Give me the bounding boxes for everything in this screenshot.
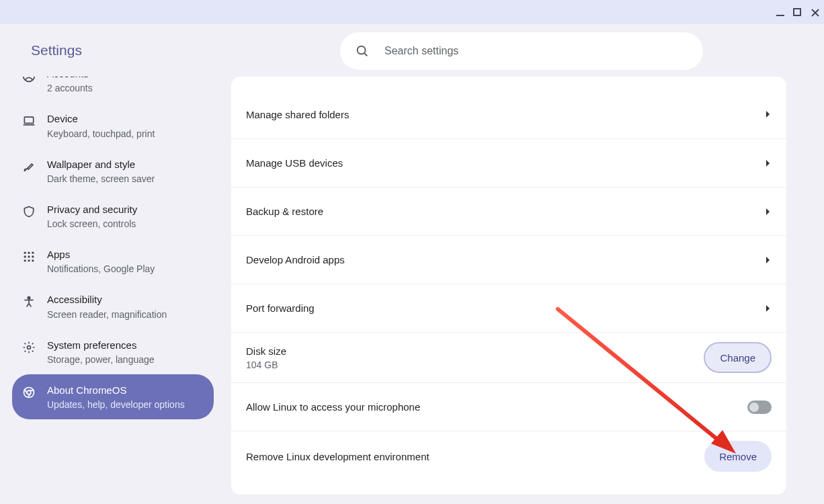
sidebar-item-apps[interactable]: Apps Notifications, Google Play <box>12 239 214 284</box>
row-label: Allow Linux to access your microphone <box>246 401 420 413</box>
sidebar-item-sublabel: Lock screen, controls <box>47 218 137 229</box>
row-backup-restore[interactable]: Backup & restore <box>231 187 786 235</box>
svg-point-16 <box>24 259 26 261</box>
app-header: Settings <box>0 24 824 77</box>
person-icon <box>22 77 36 83</box>
row-label: Port forwarding <box>246 302 315 314</box>
sidebar-item-label: Wallpaper and style <box>47 158 155 171</box>
sidebar-item-label: About ChromeOS <box>47 384 185 397</box>
svg-point-13 <box>24 255 26 257</box>
shield-icon <box>22 204 36 219</box>
svg-point-17 <box>28 259 30 261</box>
search-icon <box>355 44 370 58</box>
chrome-icon <box>22 385 36 400</box>
sidebar-item-sublabel: Dark theme, screen saver <box>47 173 155 184</box>
row-label: Develop Android apps <box>246 254 345 265</box>
sidebar-item-sublabel: Storage, power, language <box>47 354 155 365</box>
chevron-right-icon <box>765 256 772 264</box>
row-remove-linux: Remove Linux development environment Rem… <box>231 431 786 481</box>
sidebar-item-wallpaper[interactable]: Wallpaper and style Dark theme, screen s… <box>12 149 214 194</box>
sidebar-item-label: Apps <box>47 248 155 261</box>
maximize-icon[interactable] <box>793 8 801 16</box>
accessibility-icon <box>22 294 36 309</box>
svg-point-18 <box>32 259 34 261</box>
page-title: Settings <box>31 42 82 58</box>
sidebar-item-sublabel: 2 accounts <box>47 83 93 93</box>
svg-line-23 <box>29 304 31 307</box>
gear-icon <box>22 340 36 355</box>
row-manage-shared-folders[interactable]: Manage shared folders <box>231 90 786 138</box>
row-disk-size: Disk size 104 GB Change <box>231 332 786 382</box>
svg-rect-8 <box>24 117 33 123</box>
row-manage-usb[interactable]: Manage USB devices <box>231 138 786 187</box>
row-sublabel: 104 GB <box>246 360 286 370</box>
svg-line-5 <box>364 53 367 56</box>
sidebar-item-device[interactable]: Device Keyboard, touchpad, print <box>12 103 214 148</box>
chevron-right-icon <box>765 304 772 312</box>
row-label: Manage shared folders <box>246 109 349 120</box>
row-microphone-access: Allow Linux to access your microphone <box>231 382 786 431</box>
svg-point-15 <box>32 255 34 257</box>
sidebar-item-accessibility[interactable]: Accessibility Screen reader, magnificati… <box>12 284 214 329</box>
sidebar-item-label: System preferences <box>47 339 155 352</box>
row-label: Backup & restore <box>246 206 323 217</box>
chevron-right-icon <box>765 110 772 118</box>
svg-point-12 <box>32 252 34 254</box>
sidebar-item-sublabel: Notifications, Google Play <box>47 263 155 274</box>
svg-point-4 <box>358 46 366 54</box>
sidebar-item-about[interactable]: About ChromeOS Updates, help, developer … <box>12 374 214 419</box>
sidebar-item-sublabel: Screen reader, magnification <box>47 309 167 320</box>
search-input[interactable] <box>383 44 688 58</box>
sidebar-item-accounts[interactable]: Accounts 2 accounts <box>12 77 214 103</box>
minimize-icon[interactable] <box>776 8 784 16</box>
sidebar-item-label: Privacy and security <box>47 203 137 216</box>
svg-point-14 <box>28 255 30 257</box>
row-port-forwarding[interactable]: Port forwarding <box>231 284 786 332</box>
svg-point-10 <box>24 252 26 254</box>
sidebar-item-label: Accounts <box>47 77 93 81</box>
sidebar-item-label: Accessibility <box>47 293 167 306</box>
row-label: Manage USB devices <box>246 157 343 169</box>
svg-point-19 <box>28 297 30 299</box>
window-title-bar <box>0 0 824 24</box>
row-label: Remove Linux development environment <box>246 451 429 462</box>
sidebar: Accounts 2 accounts Device Keyboard, tou… <box>0 77 226 504</box>
row-develop-android[interactable]: Develop Android apps <box>231 235 786 284</box>
remove-button[interactable]: Remove <box>704 441 772 472</box>
main-content: Manage shared folders Manage USB devices… <box>226 77 824 504</box>
chevron-right-icon <box>765 208 772 216</box>
svg-point-24 <box>28 345 31 349</box>
laptop-icon <box>22 114 36 128</box>
apps-grid-icon <box>22 249 36 264</box>
microphone-toggle[interactable] <box>747 401 772 414</box>
change-button[interactable]: Change <box>704 342 772 373</box>
svg-point-11 <box>28 252 30 254</box>
svg-rect-1 <box>794 9 800 15</box>
close-icon[interactable] <box>811 8 819 16</box>
toggle-knob <box>749 403 759 412</box>
sidebar-item-privacy[interactable]: Privacy and security Lock screen, contro… <box>12 194 214 239</box>
sidebar-item-sublabel: Updates, help, developer options <box>47 399 185 410</box>
row-label: Disk size <box>246 345 286 357</box>
sidebar-item-label: Device <box>47 112 155 126</box>
sidebar-item-system[interactable]: System preferences Storage, power, langu… <box>12 329 214 374</box>
brush-icon <box>22 159 36 174</box>
search-box[interactable] <box>340 32 703 70</box>
chevron-right-icon <box>765 159 772 167</box>
settings-panel: Manage shared folders Manage USB devices… <box>231 77 786 495</box>
sidebar-item-sublabel: Keyboard, touchpad, print <box>47 128 155 139</box>
